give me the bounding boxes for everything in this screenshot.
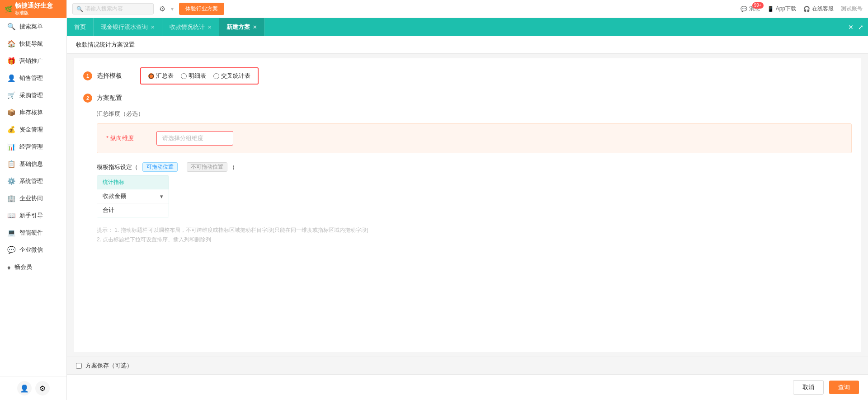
- sidebar-item-label: 采购管理: [19, 91, 43, 99]
- query-button[interactable]: 查询: [829, 381, 859, 394]
- search-placeholder: 请输入搜索内容: [85, 5, 123, 13]
- sidebar-item-label: 企业协同: [19, 194, 43, 202]
- download-item[interactable]: 📱 App下载: [767, 5, 796, 13]
- metrics-close: ）: [232, 163, 238, 171]
- sidebar-item-nav[interactable]: 🏠 快捷导航: [0, 35, 66, 52]
- radio-summary[interactable]: 汇总表: [148, 72, 174, 80]
- topbar-separator: ▾: [171, 6, 174, 12]
- sidebar-item-purchase[interactable]: 🛒 采购管理: [0, 87, 66, 104]
- sidebar-item-label: 企业微信: [19, 246, 43, 254]
- main-area: 🔍 请输入搜索内容 ⚙ ▾ 体验行业方案 💬 消息 99+ 📱 App下载 🎧 …: [67, 0, 868, 400]
- computer-icon: 💻: [7, 229, 16, 237]
- sidebar-item-guide[interactable]: 📖 新手引导: [0, 207, 66, 224]
- box-icon: 📦: [7, 108, 16, 117]
- tab-collection-close[interactable]: ✕: [208, 24, 212, 30]
- radio-summary-input[interactable]: [148, 73, 154, 79]
- tab-bar: 首页 现金银行流水查询 ✕ 收款情况统计 ✕ 新建方案 ✕ ✕ ⤢: [67, 18, 868, 36]
- sidebar-item-operation[interactable]: 📊 经营管理: [0, 138, 66, 155]
- sidebar-item-label: 营销推广: [19, 57, 43, 65]
- section-num-1: 1: [83, 71, 92, 80]
- sidebar-avatar-2[interactable]: ⚙: [35, 381, 50, 395]
- tab-new-plan-close[interactable]: ✕: [253, 24, 257, 30]
- metrics-label-text: 模板指标设定（: [97, 163, 138, 171]
- tab-expand[interactable]: ⤢: [858, 24, 863, 31]
- tab-new-plan[interactable]: 新建方案 ✕: [219, 18, 264, 36]
- sidebar-item-system[interactable]: ⚙️ 系统管理: [0, 173, 66, 190]
- service-label: 在线客服: [812, 5, 834, 13]
- sidebar-item-enterprise[interactable]: 🏢 企业协同: [0, 190, 66, 207]
- book-icon: 📖: [7, 212, 16, 220]
- radio-detail[interactable]: 明细表: [181, 72, 206, 80]
- radio-cross[interactable]: 交叉统计表: [213, 72, 250, 80]
- industry-btn[interactable]: 体验行业方案: [179, 3, 224, 15]
- topbar: 🔍 请输入搜索内容 ⚙ ▾ 体验行业方案 💬 消息 99+ 📱 App下载 🎧 …: [67, 0, 868, 18]
- chart-icon: 📊: [7, 143, 16, 151]
- sidebar-bottom: 👤 ⚙: [0, 376, 66, 400]
- sidebar-item-label: 基础信息: [19, 160, 43, 168]
- tab-close-all[interactable]: ✕: [848, 24, 854, 31]
- sidebar-item-label: 智能硬件: [19, 229, 43, 237]
- sidebar-item-wechat[interactable]: 💬 企业微信: [0, 241, 66, 259]
- metrics-table-total-row: 合计: [97, 203, 169, 217]
- sidebar-avatar-1[interactable]: 👤: [17, 381, 32, 395]
- draggable-tag: 可拖动位置: [142, 162, 178, 172]
- tab-collection[interactable]: 收款情况统计 ✕: [162, 18, 219, 36]
- content-area: 收款情况统计方案设置 1 选择模板 汇总表 明细表: [67, 36, 868, 400]
- message-badge: 99+: [752, 2, 764, 9]
- dropdown-icon[interactable]: ▾: [160, 193, 163, 200]
- sidebar-item-inventory[interactable]: 📦 库存核算: [0, 104, 66, 121]
- metrics-table-header: 统计指标: [97, 176, 169, 189]
- radio-detail-input[interactable]: [181, 73, 187, 79]
- service-icon: 🎧: [803, 6, 810, 12]
- diamond-icon: ♦: [7, 264, 11, 271]
- form-area: 1 选择模板 汇总表 明细表 交叉统计表: [74, 58, 861, 352]
- total-label: 合计: [103, 206, 114, 214]
- tab-cashflow[interactable]: 现金银行流水查询 ✕: [94, 18, 162, 36]
- sidebar-item-capital[interactable]: 💰 资金管理: [0, 121, 66, 138]
- sidebar-item-label: 库存核算: [19, 108, 43, 117]
- search-icon: 🔍: [7, 23, 16, 31]
- clipboard-icon: 📋: [7, 160, 16, 168]
- message-item[interactable]: 💬 消息 99+: [741, 5, 760, 13]
- metrics-label-row: 模板指标设定（ 可拖动位置 不可拖动位置 ）: [97, 162, 852, 172]
- section-config-header: 2 方案配置: [83, 94, 852, 103]
- cart-icon: 🛒: [7, 91, 16, 99]
- tab-cashflow-close[interactable]: ✕: [151, 24, 155, 30]
- cancel-button[interactable]: 取消: [793, 380, 824, 395]
- section-template-header: 1 选择模板 汇总表 明细表 交叉统计表: [83, 67, 852, 85]
- tab-collection-label: 收款情况统计: [170, 23, 205, 31]
- tip-line-2: 2. 点击标题栏下拉可设置排序、插入列和删除列: [97, 236, 852, 244]
- sidebar-item-marketing[interactable]: 🎁 营销推广: [0, 52, 66, 70]
- page-header: 收款情况统计方案设置: [67, 36, 868, 54]
- metrics-table-collection-row[interactable]: 收款金额 ▾: [97, 189, 169, 203]
- sidebar-item-sales[interactable]: 👤 销售管理: [0, 70, 66, 87]
- vertical-label: * 纵向维度: [106, 134, 134, 142]
- sidebar-item-search[interactable]: 🔍 搜索菜单: [0, 18, 66, 35]
- save-plan-checkbox[interactable]: [76, 363, 82, 369]
- sidebar-item-member[interactable]: ♦ 畅会员: [0, 259, 66, 276]
- dimension-row: * 纵向维度 —— 请选择分组维度: [106, 131, 842, 146]
- tab-cashflow-label: 现金银行流水查询: [101, 23, 148, 31]
- service-item[interactable]: 🎧 在线客服: [803, 5, 834, 13]
- save-plan-label: 方案保存（可选）: [85, 362, 132, 370]
- sidebar-item-hardware[interactable]: 💻 智能硬件: [0, 224, 66, 241]
- metrics-table: 统计指标 收款金额 ▾ 合计: [97, 175, 169, 217]
- radio-cross-input[interactable]: [213, 73, 219, 79]
- tips-area: 提示： 1. 拖动标题栏可以调整布局，不可跨维度或指标区域拖动栏目字段(只能在同…: [97, 226, 852, 244]
- sidebar-item-label: 畅会员: [14, 263, 32, 271]
- building-icon: 🏢: [7, 194, 16, 202]
- sidebar-item-basic[interactable]: 📋 基础信息: [0, 155, 66, 173]
- section-title-2: 方案配置: [97, 94, 122, 102]
- search-icon: 🔍: [76, 6, 83, 12]
- radio-cross-label: 交叉统计表: [221, 72, 250, 80]
- tabs-actions: ✕ ⤢: [844, 18, 868, 36]
- message-icon: 💬: [741, 6, 747, 12]
- topbar-right: 💬 消息 99+ 📱 App下载 🎧 在线客服 测试账号: [741, 5, 863, 13]
- search-box[interactable]: 🔍 请输入搜索内容: [72, 3, 154, 14]
- dimension-select[interactable]: 请选择分组维度: [156, 131, 233, 146]
- sidebar: 🌿 畅捷通好生意 标准版 🔍 搜索菜单 🏠 快捷导航 🎁 营销推广 👤 销售管理…: [0, 0, 67, 400]
- settings-icon[interactable]: ⚙: [159, 5, 165, 13]
- action-bar: 取消 查询: [67, 374, 868, 400]
- tab-home[interactable]: 首页: [67, 18, 94, 36]
- sidebar-item-label: 销售管理: [19, 74, 43, 82]
